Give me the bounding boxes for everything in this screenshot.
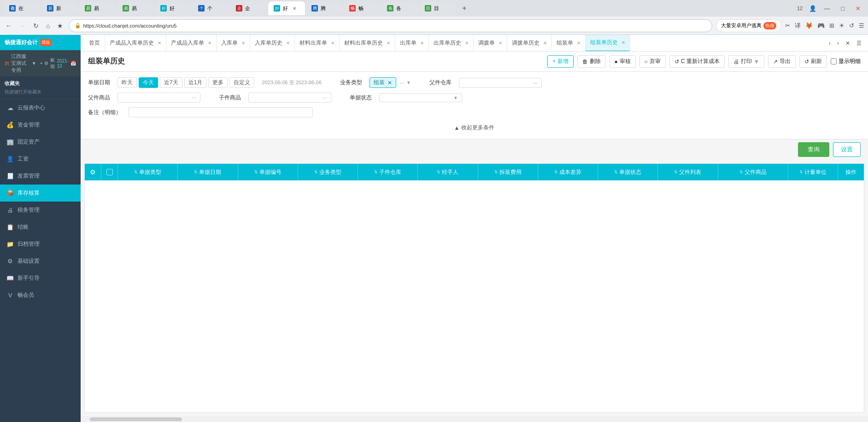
parent-warehouse-input[interactable]: ··· (459, 78, 542, 88)
tab-transfer-close[interactable]: ✕ (499, 40, 502, 46)
date-1month[interactable]: 近1月 (184, 77, 207, 88)
show-detail-checkbox[interactable]: 显示明细 (831, 58, 861, 65)
nav-close-all[interactable]: ✕ (843, 38, 853, 48)
browser-tab-4[interactable]: 易 易 (117, 1, 154, 15)
tab-outbound-history[interactable]: 出库单历史 ✕ (429, 35, 474, 52)
extension-icon[interactable]: 🦊 (805, 22, 813, 29)
th-bill-date[interactable]: ⇅ 单据日期 (178, 164, 238, 180)
nav-right-arrow[interactable]: › (834, 38, 842, 48)
th-business-type[interactable]: ⇅ 业务类型 (298, 164, 358, 180)
parent-goods-dots[interactable]: ··· (192, 94, 196, 101)
query-button[interactable]: 查询 (798, 142, 829, 157)
bottom-scrollbar[interactable] (81, 416, 868, 422)
bill-status-select[interactable]: ▼ (379, 93, 462, 102)
child-goods-input[interactable]: ··· (248, 92, 331, 103)
browser-tab-8[interactable]: 好 好 ✕ (268, 1, 305, 15)
sidebar-item-archive[interactable]: 📁 归档管理 (0, 236, 81, 253)
print-dropdown[interactable]: ▼ (754, 58, 759, 65)
business-type-tag-close[interactable]: ✕ (387, 80, 392, 86)
tab-inbound-history[interactable]: 入库单历史 ✕ (250, 35, 295, 52)
sidebar-item-reports[interactable]: ☁ 云报表中心 (0, 99, 81, 116)
sidebar-item-settings[interactable]: ⚙ 基础设置 (0, 253, 81, 270)
tab-inbound-history-close[interactable]: ✕ (286, 40, 290, 46)
translate-icon[interactable]: 译 (795, 22, 801, 30)
menu-icon[interactable]: ☰ (859, 22, 864, 29)
date-more[interactable]: 更多 (208, 77, 228, 88)
sidebar-item-tax[interactable]: 🖨 税务管理 (0, 202, 81, 219)
abandon-button[interactable]: ○ 弃审 (639, 55, 666, 68)
tab-transfer-history[interactable]: 调拨单历史 ✕ (507, 35, 552, 52)
home-button[interactable]: ⌂ (44, 20, 52, 31)
nav-menu[interactable]: ☰ (854, 38, 864, 48)
th-handler[interactable]: ⇅ 经手人 (418, 164, 478, 180)
tab-assembly-history[interactable]: 组装单历史 ✕ (586, 35, 630, 52)
child-goods-dots[interactable]: ··· (323, 94, 327, 101)
profile-icon[interactable]: 👤 (809, 5, 816, 12)
sidebar-item-guide[interactable]: 📖 新手引导 (0, 270, 81, 287)
tab-material-out-history-close[interactable]: ✕ (387, 40, 390, 46)
tab-outbound[interactable]: 出库单 ✕ (395, 35, 429, 52)
settings-gear-icon[interactable]: ⚙ (90, 168, 96, 176)
search-box[interactable]: 大量安卓用户逃离 热搜 (716, 19, 781, 32)
th-child-warehouse[interactable]: ⇅ 子件仓库 (358, 164, 418, 180)
browser-tab-1[interactable]: 在 在 (4, 1, 41, 15)
browser-tab-5[interactable]: 好 好 (155, 1, 192, 15)
brightness-icon[interactable]: ☀ (839, 22, 845, 29)
browser-tab-11[interactable]: 各 各 (381, 1, 418, 15)
date-custom[interactable]: 自定义 (229, 77, 254, 88)
game-icon[interactable]: 🎮 (817, 22, 825, 29)
browser-tab-12[interactable]: 目 目 (419, 1, 456, 15)
print-button[interactable]: 🖨 打印 ▼ (728, 55, 764, 68)
th-assembly-fee[interactable]: ⇅ 拆装费用 (478, 164, 538, 180)
refresh-button-header[interactable]: ↺ 刷新 (799, 55, 827, 68)
approve-button[interactable]: ● 审核 (610, 55, 636, 68)
remark-input[interactable] (129, 107, 313, 117)
date-yesterday[interactable]: 昨天 (117, 77, 137, 88)
tab-transfer[interactable]: 调拨单 ✕ (474, 35, 507, 52)
collapse-button[interactable]: ▲ 收起更多条件 (454, 122, 495, 133)
th-cost-diff[interactable]: ⇅ 成本差异 (538, 164, 598, 180)
tab-finished[interactable]: 产成品入库单 ✕ (166, 35, 217, 52)
browser-tab-2[interactable]: 新 新 (41, 1, 78, 15)
back-button[interactable]: ← (4, 20, 14, 31)
scrollbar-thumb[interactable] (90, 417, 182, 421)
th-bill-no[interactable]: ⇅ 单据编号 (238, 164, 298, 180)
forward-button[interactable]: → (18, 20, 28, 31)
favorites-sub[interactable]: 快捷键打开收藏夹 (5, 89, 76, 95)
tab-finished-close[interactable]: ✕ (208, 40, 211, 46)
tab-outbound-history-close[interactable]: ✕ (465, 40, 469, 46)
undo-icon[interactable]: ↺ (849, 22, 854, 29)
th-parent-goods[interactable]: ⇅ 父件商品 (718, 164, 789, 180)
tab-close-8[interactable]: ✕ (293, 6, 296, 11)
tab-assembly-close[interactable]: ✕ (577, 40, 581, 46)
tab-assembly-history-close[interactable]: ✕ (622, 40, 625, 45)
tab-material-out[interactable]: 材料出库单 ✕ (295, 35, 340, 52)
header-checkbox[interactable] (106, 169, 113, 175)
th-bill-type[interactable]: ⇅ 单据类型 (118, 164, 178, 180)
new-tab-button[interactable]: + (458, 2, 471, 15)
tab-inbound[interactable]: 入库单 ✕ (217, 35, 250, 52)
browser-tab-9[interactable]: 腾 腾 (306, 1, 343, 15)
business-type-more[interactable]: ··· (400, 80, 405, 86)
tab-home[interactable]: 首页 (84, 35, 105, 52)
th-parent-list[interactable]: ⇅ 父件列表 (658, 164, 718, 180)
parent-warehouse-dots[interactable]: ··· (533, 80, 538, 86)
browser-tab-3[interactable]: 易 易 (79, 1, 116, 15)
sidebar-item-inventory[interactable]: 📦 库存核算 (0, 185, 81, 202)
settings-button[interactable]: 设置 (833, 142, 861, 157)
delete-button[interactable]: 🗑 删除 (577, 55, 606, 68)
maximize-button[interactable]: □ (837, 4, 848, 13)
sidebar-item-assets[interactable]: 🏢 固定资产 (0, 133, 81, 150)
date-7days[interactable]: 近7天 (160, 77, 182, 88)
browser-tab-6[interactable]: 个 个 (193, 1, 229, 15)
sidebar-item-member[interactable]: V 畅会员 (0, 287, 81, 304)
tab-transfer-history-close[interactable]: ✕ (543, 40, 547, 46)
minimize-button[interactable]: — (820, 4, 833, 13)
th-checkbox[interactable] (101, 164, 118, 180)
nav-left-arrow[interactable]: ‹ (826, 38, 833, 48)
tab-inbound-close[interactable]: ✕ (241, 40, 245, 46)
new-button[interactable]: + 新增 (547, 55, 573, 68)
grid-icon[interactable]: ⊞ (829, 22, 834, 29)
business-type-arrow[interactable]: ▼ (406, 80, 411, 85)
show-detail-input[interactable] (831, 58, 837, 64)
